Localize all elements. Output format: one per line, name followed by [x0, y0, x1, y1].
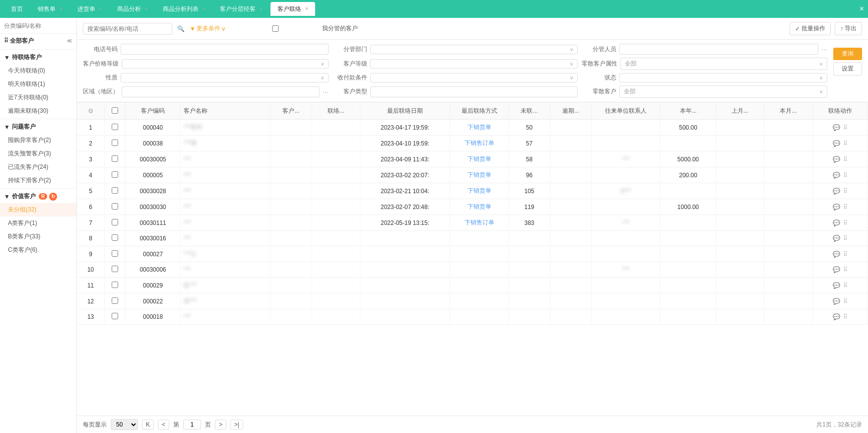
message-icon[interactable]: 💬	[833, 313, 840, 320]
cell-checkbox[interactable]	[105, 293, 126, 309]
reset-button[interactable]: 设置	[833, 62, 862, 75]
message-icon[interactable]: 💬	[833, 172, 840, 179]
message-icon[interactable]: 💬	[833, 140, 840, 147]
level-select[interactable]: ∨	[370, 59, 578, 69]
page-input[interactable]	[183, 420, 201, 430]
sidebar-item-abnormal[interactable]: 囤购异常客户(2)	[0, 134, 76, 147]
tab-product-list[interactable]: 商品分析列表 ×	[156, 2, 212, 16]
row-checkbox[interactable]	[112, 203, 118, 210]
retail-cust-select[interactable]: 全部 ∨	[619, 85, 827, 98]
row-checkbox[interactable]	[112, 266, 118, 272]
nav-close-button[interactable]: ×	[860, 4, 864, 13]
message-icon[interactable]: 💬	[833, 298, 840, 305]
cell-last-way[interactable]: 下销售订单	[450, 215, 508, 231]
last-way-link[interactable]: 下销售订单	[465, 140, 494, 146]
search-button[interactable]: 🔍	[177, 25, 185, 32]
cell-last-way[interactable]: 下销货单	[450, 167, 508, 183]
last-way-link[interactable]: 下销货单	[467, 155, 491, 162]
region-dots-button[interactable]: ···	[323, 88, 329, 96]
message-icon[interactable]: 💬	[833, 251, 840, 258]
last-way-link[interactable]: 下销货单	[467, 187, 491, 194]
message-icon[interactable]: 💬	[833, 282, 840, 289]
grid-icon[interactable]: ⠿	[843, 204, 848, 211]
grid-icon[interactable]: ⠿	[843, 282, 848, 289]
tab-sales[interactable]: 销售单 ×	[31, 2, 69, 16]
payment-select[interactable]: ∨	[370, 73, 578, 82]
th-checkbox[interactable]	[105, 103, 126, 120]
last-way-link[interactable]: 下销售订单	[465, 219, 494, 226]
tab-home[interactable]: 首页	[4, 2, 30, 16]
last-way-link[interactable]: 下销货单	[467, 124, 491, 131]
cell-last-way[interactable]: 下销货单	[450, 151, 508, 167]
close-customer-contact-icon[interactable]: ×	[305, 2, 308, 16]
tab-purchase[interactable]: 进货单 ×	[70, 2, 109, 16]
row-checkbox[interactable]	[112, 187, 118, 194]
cell-last-way[interactable]: 下销货单	[450, 199, 508, 215]
sidebar-item-week[interactable]: 近7天待联络(0)	[0, 91, 76, 104]
manager-dots-button[interactable]: ···	[821, 45, 827, 53]
grid-icon[interactable]: ⠿	[843, 219, 848, 226]
phone-input[interactable]	[121, 44, 329, 55]
problem-group-label[interactable]: ▼ 问题客户	[0, 120, 76, 134]
sidebar-item-ungroup[interactable]: 未分组(32)	[0, 203, 76, 216]
row-checkbox[interactable]	[112, 155, 118, 162]
region-input[interactable]	[122, 86, 320, 97]
prev-page-button[interactable]: <	[158, 420, 169, 430]
cell-checkbox[interactable]	[105, 309, 126, 325]
cell-checkbox[interactable]	[105, 136, 126, 151]
row-checkbox[interactable]	[112, 313, 118, 319]
grid-icon[interactable]: ⠿	[843, 251, 848, 258]
close-purchase-icon[interactable]: ×	[99, 2, 102, 16]
message-icon[interactable]: 💬	[833, 124, 840, 131]
sidebar-item-churn-risk[interactable]: 流失预警客户(3)	[0, 147, 76, 160]
row-checkbox[interactable]	[112, 171, 118, 178]
grid-icon[interactable]: ⠿	[843, 266, 848, 273]
row-checkbox[interactable]	[112, 250, 118, 257]
grid-icon[interactable]: ⠿	[843, 124, 848, 131]
close-product-analysis-icon[interactable]: ×	[145, 2, 148, 16]
message-icon[interactable]: 💬	[833, 188, 840, 195]
tab-customer-contact[interactable]: 客户联络 ×	[270, 2, 315, 16]
last-way-link[interactable]: 下销货单	[467, 203, 491, 210]
cell-checkbox[interactable]	[105, 278, 126, 293]
cell-checkbox[interactable]	[105, 167, 126, 183]
nature-select[interactable]: ∨	[121, 73, 329, 82]
row-checkbox[interactable]	[112, 297, 118, 304]
grid-icon[interactable]: ⠿	[843, 172, 848, 179]
grid-icon[interactable]: ⠿	[843, 156, 848, 163]
manager-input[interactable]	[619, 44, 818, 55]
cell-checkbox[interactable]	[105, 215, 126, 231]
cell-checkbox[interactable]	[105, 246, 126, 262]
row-checkbox[interactable]	[112, 124, 118, 130]
value-group-label[interactable]: ▼ 价值客户 R ↻	[0, 190, 76, 203]
grid-icon[interactable]: ⠿	[843, 313, 848, 320]
sidebar-search-input[interactable]	[4, 22, 77, 29]
grid-icon[interactable]: ⠿	[843, 235, 848, 242]
last-page-button[interactable]: >|	[230, 420, 243, 430]
close-customer-segment-icon[interactable]: ×	[260, 2, 263, 16]
cell-checkbox[interactable]	[105, 120, 126, 136]
message-icon[interactable]: 💬	[833, 204, 840, 211]
search-input[interactable]	[83, 23, 172, 35]
message-icon[interactable]: 💬	[833, 266, 840, 273]
select-all-checkbox[interactable]	[112, 107, 118, 114]
cell-last-way[interactable]: 下销货单	[450, 120, 508, 136]
row-checkbox[interactable]	[112, 140, 118, 146]
sidebar-item-overdue[interactable]: 逾期未联络(30)	[0, 104, 76, 118]
grid-icon[interactable]: ⠿	[843, 188, 848, 195]
grid-icon[interactable]: ⠿	[843, 298, 848, 305]
grid-icon[interactable]: ⠿	[843, 140, 848, 147]
cell-checkbox[interactable]	[105, 151, 126, 167]
export-button[interactable]: ↑ 导出	[835, 22, 862, 35]
cell-checkbox[interactable]	[105, 262, 126, 278]
settings-icon[interactable]: ⚙	[88, 107, 94, 115]
cust-type-input[interactable]	[370, 86, 578, 97]
retail-attr-select[interactable]: 全部 ∨	[620, 58, 827, 70]
batch-operation-button[interactable]: ✓ 批量操作	[790, 22, 831, 35]
message-icon[interactable]: 💬	[833, 219, 840, 226]
sidebar-item-groupB[interactable]: B类客户(33)	[0, 230, 76, 243]
cell-last-way[interactable]: 下销货单	[450, 183, 508, 199]
tab-customer-segment[interactable]: 客户分层经客 ×	[213, 2, 269, 16]
message-icon[interactable]: 💬	[833, 235, 840, 242]
cell-checkbox[interactable]	[105, 231, 126, 246]
